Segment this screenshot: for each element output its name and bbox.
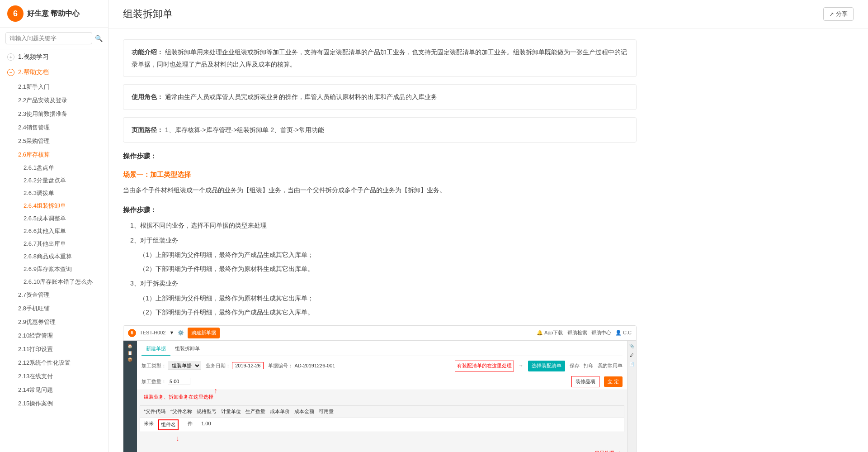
sim-tab-new: 新建单据 (142, 343, 170, 356)
sidebar-item-s2-6-10[interactable]: 2.6.10库存账本错了怎么办 (0, 276, 108, 288)
sidebar-item-s2-10[interactable]: 2.10经营管理 (0, 329, 108, 343)
sidebar-item-s2-6-3[interactable]: 2.6.3调拨单 (0, 187, 108, 200)
share-label: 分享 (836, 10, 848, 18)
sidebar-sub-label: 2.14常见问题 (18, 386, 53, 393)
sidebar-sub-label: 2.7资金管理 (18, 291, 50, 298)
sim-col-total: 成本金额 (294, 407, 314, 416)
sim-sidebar: 🏠 📋 📦 (123, 341, 137, 452)
sidebar-item-s2-9[interactable]: 2.9优惠券管理 (0, 315, 108, 329)
search-button[interactable]: 🔍 (95, 35, 103, 42)
role-label: 使用角色： (132, 93, 163, 100)
sim-cell-blank2: 件 (188, 419, 197, 430)
sim-company: TEST-H002 (140, 328, 165, 338)
share-icon: ↗ (829, 11, 834, 18)
sidebar-item-s2-3[interactable]: 2.3使用前数据准备 (0, 107, 108, 121)
sim-new-btn: 购建新单据 (188, 328, 220, 338)
scene1-desc: 当由多个子件材料组装成一个成品的业务为【组装】业务，当由一个父件拆分成多个子产品… (123, 184, 637, 196)
sidebar-sub-label: 2.3使用前数据准备 (18, 110, 67, 117)
sidebar-item-help-docs[interactable]: − 2.帮助文档 (0, 65, 108, 80)
main-content: 组装拆卸单 ↗ 分享 功能介绍： 组装拆卸单用来处理企业组装或拆卸等加工业务，支… (108, 0, 868, 452)
sidebar-item-s2-6-4[interactable]: 2.6.4组装拆卸单 (0, 200, 108, 212)
sim-bom-item-input: 装修品项 (571, 376, 599, 388)
sim-select-bom-btn: 选择装配清单 (528, 361, 565, 371)
sidebar-item-s2-5[interactable]: 2.5采购管理 (0, 134, 108, 148)
sidebar-item-s2-6-6[interactable]: 2.6.6其他入库单 (0, 225, 108, 238)
sim-col-product-name: *父件名称 (170, 407, 192, 416)
sidebar-item-s2-15[interactable]: 2.15操作案例 (0, 397, 108, 410)
sidebar-item-s2-13[interactable]: 2.13在线支付 (0, 370, 108, 383)
sidebar-item-s2-6-5[interactable]: 2.6.5成本调整单 (0, 212, 108, 225)
search-input[interactable] (5, 32, 92, 44)
sidebar-item-s2-14[interactable]: 2.14常见问题 (0, 383, 108, 397)
sim-fields-row: 加工类型： 组装单据 业务日期： 2019-12-26 单据编号： AD-201… (142, 361, 623, 371)
sidebar-item-s2-6-2[interactable]: 2.6.2分量盘点单 (0, 174, 108, 187)
sidebar-item-s2-6-1[interactable]: 2.6.1盘点单 (0, 162, 108, 174)
sidebar-item-s2-8[interactable]: 2.8手机旺铺 (0, 302, 108, 315)
sim-upper-header: *父件代码 *父件名称 规格型号 计量单位 生产数量 成本单价 成本金额 可用量 (140, 406, 624, 418)
sim-main: 新建单据 组装拆卸单 加工类型： 组装单据 业务日期： (137, 341, 627, 452)
sim-save-area: 保存 打印 我的常用单 (570, 362, 623, 371)
sidebar-sub-label: 2.9优惠券管理 (18, 319, 56, 325)
sim-annotation1: 有装配清单的在这里处理 (455, 361, 514, 371)
sidebar-item-s2-7[interactable]: 2.7资金管理 (0, 288, 108, 302)
article-body: 功能介绍： 组装拆卸单用来处理企业组装或拆卸等加工业务，支持有固定装配清单的产品… (108, 29, 651, 452)
share-button[interactable]: ↗ 分享 (823, 7, 854, 21)
step3-2: （2）下部明细为子件明细，最终作为产成品生成其它入库单。 (139, 306, 637, 319)
sidebar-sub-label: 2.5采购管理 (18, 138, 50, 144)
sim-enable-arrow: ↓ (618, 449, 621, 452)
ops-label: 操作步骤： (123, 150, 637, 162)
sim-confirm-btn: 立 定 (604, 376, 623, 387)
sidebar-item-s2-11[interactable]: 2.11打印设置 (0, 343, 108, 356)
sidebar-item-s2-6-7[interactable]: 2.6.7其他出库单 (0, 238, 108, 250)
sidebar-item-s2-6[interactable]: 2.6库存核算 (0, 148, 108, 162)
sim-type-select[interactable]: 组装单据 (168, 362, 201, 370)
sim-col-avail: 可用量 (319, 407, 334, 416)
feature-intro-label: 功能介绍： (132, 48, 163, 56)
sidebar-sub-label: 2.4销售管理 (18, 124, 50, 131)
sidebar-sub-label: 2.11打印设置 (18, 346, 53, 352)
sidebar-item-label: 1.视频学习 (18, 53, 49, 61)
sim-cell-name: 组件名 (158, 419, 179, 430)
sidebar-subsub-label: 2.6.4组装拆卸单 (24, 202, 66, 209)
brand-name: 好生意 帮助中心 (27, 9, 80, 19)
sim-icon3: 📄 (629, 361, 634, 368)
sidebar-item-s2-4[interactable]: 2.4销售管理 (0, 121, 108, 134)
sim-arrow: ▼ (169, 328, 174, 338)
sidebar-item-s2-12[interactable]: 2.12系统个性化设置 (0, 356, 108, 370)
sim-icon2: 🖊 (630, 352, 634, 359)
sim-upper-table-container: *父件代码 *父件名称 规格型号 计量单位 生产数量 成本单价 成本金额 可用量… (140, 405, 624, 432)
sim-qty-input[interactable] (168, 378, 190, 385)
logo-icon: 6 (7, 5, 24, 22)
sidebar-item-s2-6-9[interactable]: 2.6.9库存账本查询 (0, 263, 108, 276)
sidebar-sub-label: 2.12系统个性化设置 (18, 359, 71, 366)
sim-icon1: 📎 (629, 343, 634, 350)
sim-date-value: 2019-12-26 (232, 362, 264, 369)
sim-col-qty2: 计量单位 (221, 407, 241, 416)
sim-cell-qty-val: 1.00 (201, 419, 215, 430)
sidebar-header: 6 好生意 帮助中心 (0, 0, 108, 28)
page-title: 组装拆卸单 (123, 7, 173, 21)
sim-nav-icons: ⚙️ (178, 328, 184, 338)
sidebar-item-s2-2[interactable]: 2.2产品安装及登录 (0, 94, 108, 107)
sim-tabs: 新建单据 组装拆卸单 (142, 343, 623, 356)
sidebar-subsub-label: 2.6.7其他出库单 (24, 240, 66, 247)
sim-upper-row1: 米米 组件名 件 1.00 (140, 418, 624, 432)
nav-list: + 1.视频学习 − 2.帮助文档 2.1新手入门 2.2产品安装及登录 2.3… (0, 49, 108, 452)
sidebar-sub-label: 2.15操作案例 (18, 400, 53, 407)
sidebar-item-video-learning[interactable]: + 1.视频学习 (0, 49, 108, 65)
sidebar-subsub-label: 2.6.10库存账本错了怎么办 (24, 278, 93, 285)
sidebar-sub-label: 2.8手机旺铺 (18, 305, 50, 312)
screenshot: 6 TEST-H002 ▼ ⚙️ 购建新单据 🔔 App下载 帮助检索 帮助中心… (123, 326, 636, 452)
step2: 2、对于组装业务 (130, 234, 637, 247)
sidebar: 6 好生意 帮助中心 🔍 + 1.视频学习 − 2.帮助文档 2.1新手入门 2 (0, 0, 108, 452)
nav-section-1: + 1.视频学习 (0, 49, 108, 65)
sidebar-item-label: 2.帮助文档 (18, 68, 49, 76)
sidebar-sub-label: 2.1新手入门 (18, 83, 50, 90)
sim-field-num: 单据编号： AD-20191226-001 (268, 362, 335, 371)
sim-col-product-code: *父件代码 (144, 407, 165, 416)
main-header: 组装拆卸单 ↗ 分享 (108, 0, 868, 29)
sidebar-subsub-label: 2.6.2分量盘点单 (24, 177, 66, 184)
sidebar-item-s2-6-8[interactable]: 2.6.8商品成本重算 (0, 250, 108, 263)
sidebar-sub-label: 2.2产品安装及登录 (18, 97, 67, 104)
sidebar-item-s2-1[interactable]: 2.1新手入门 (0, 80, 108, 94)
